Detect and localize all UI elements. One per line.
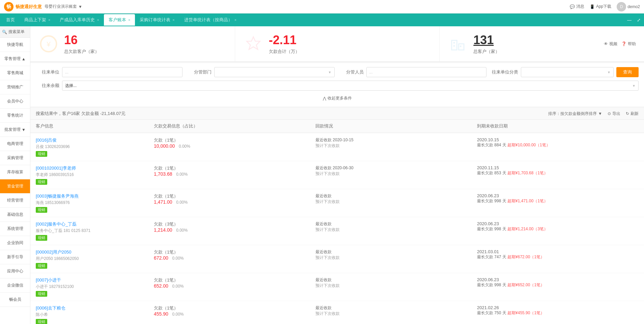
filter-supplier-input[interactable]: ... [62,67,183,77]
sidebar-item-member-center[interactable]: 会员中心 [0,94,30,109]
tab-close-icon-3[interactable]: × [128,18,130,22]
customer-name[interactable]: [0003]畅捷服务尹海燕 [36,193,154,199]
collapse-btn[interactable]: ⋀ 收起更多条件 [323,95,352,101]
sidebar-item-enterprise-wechat[interactable]: 企业微信 [0,278,30,293]
overdue-days: 最长欠款 998 天 超期¥652.00（1笔） [477,282,639,288]
debt-amount[interactable]: 652.00 [154,283,168,289]
filter-supplier-label: 往来单位 [36,69,59,75]
search-button[interactable]: 查询 [616,67,639,77]
filter-area: 往来单位 ... 分管部门 ▼ 分管人员 ... [30,63,644,107]
debt-amount-row: 652.00 0.00% [154,283,315,289]
customer-name[interactable]: [0016]吕俊 [36,137,154,143]
building-svg-icon [449,35,467,53]
overdue-amount[interactable]: 超期¥455.90（1笔） [507,311,544,315]
filter-dept-select[interactable]: ▼ [214,67,335,77]
tab-close-icon-5[interactable]: × [234,18,236,22]
sidebar-item-app-center[interactable]: 应用中心 [0,264,30,278]
sidebar-item-purchase-mgmt-label: 采购管理 [7,155,23,160]
debt-amount[interactable]: 1,214.00 [154,227,172,233]
refresh-btn[interactable]: ↻ 刷新 [626,111,639,117]
filter-manager-input[interactable]: ... [366,67,487,77]
filter-category-select[interactable]: ▼ [521,67,614,77]
due-date: 2020.06.23 [477,193,639,198]
debt-percent: 0.00% [172,284,184,289]
debt-amount[interactable]: 455.90 [154,311,168,317]
user-avatar-btn[interactable]: D demo2 [617,2,640,11]
sidebar-item-member-vip[interactable]: 畅会员 [0,293,30,307]
due-date-cell: 2020.10.15 最长欠款 884 天 超期¥10,000.00（1笔） [477,137,639,148]
sidebar-item-retail-stat[interactable]: 零售统计 [0,109,30,123]
overdue-amount[interactable]: 超期¥672.00（1笔） [507,255,544,259]
sort-select[interactable]: 排序：按欠款金额倒序排序 ▼ [548,111,602,117]
tab-maximize-btn[interactable]: ⤢ [635,16,643,24]
customer-info-cell: [0006]去下粮仓 陈小希 现销 [36,305,154,324]
tab-product-shelf[interactable]: 商品上下架 × [20,14,55,26]
sidebar-item-purchase-mgmt[interactable]: 采购管理 [0,151,30,165]
app-download-btn[interactable]: 📱 App下载 [590,4,611,9]
overdue-amount[interactable]: 超期¥1,471.00（1笔） [507,199,548,203]
company-arrow-icon: ▼ [78,4,82,9]
sidebar-item-finance[interactable]: 资金管理 [0,179,30,194]
sidebar-item-inventory[interactable]: 库存核算 [0,165,30,179]
tab-stock-summary[interactable]: 进货单统计表（按商品） × [179,14,241,26]
help-btn[interactable]: ❓ 帮助 [621,41,636,47]
last-collect: 最近收款 [315,193,477,199]
content-area: ¥ 16 总欠款客户（家） -2.11 欠款合计（万） [30,26,644,324]
customer-name[interactable]: [0001020001]李老师 [36,165,154,171]
stat-icon-money: ¥ [38,34,59,54]
sidebar-item-new-guide[interactable]: 新手引导 [0,250,30,264]
debt-percent: 0.00% [179,144,190,149]
sidebar-item-batch-mgmt[interactable]: 批发管理 ▼ [0,123,30,137]
company-selector[interactable]: 母婴行业演示账套 ▼ [45,4,82,9]
sidebar-item-system-mgmt[interactable]: 系统管理 [0,222,30,236]
result-summary-text: 搜索结果中，客户16家 欠款金额 -21,148.07元 [36,111,125,117]
stat-icon-building [448,34,468,54]
customer-info-cell: [000002]用户2050 用户2050 18665062050 现销 [36,249,154,269]
debt-amount[interactable]: 672.00 [154,255,168,261]
customer-name[interactable]: [000002]用户2050 [36,249,154,255]
sidebar-search[interactable]: 🔍 搜索菜单 [0,26,30,38]
last-collect: 最近收款 2020-06-30 [315,165,477,171]
customer-name[interactable]: [0007]小进干 [36,277,154,283]
export-btn[interactable]: ⊙ 导出 [608,111,620,117]
avatar: D [617,2,626,11]
message-icon: 💬 [570,4,575,9]
debt-amount[interactable]: 1,471.00 [154,199,172,205]
sidebar-item-quick-nav[interactable]: 快捷导航 [0,38,30,52]
tab-production-history[interactable]: 产成品入库单历史 × [55,14,104,26]
overdue-amount[interactable]: 超期¥1,214.00（3笔） [507,227,548,231]
filter-balance-select[interactable]: 选择... ▼ [62,81,639,91]
tab-close-icon[interactable]: × [48,18,50,22]
tab-purchase-order[interactable]: 采购订单统计表 × [135,14,179,26]
sidebar-item-retail-mall[interactable]: 零售商城 [0,66,30,80]
tab-close-icon-2[interactable]: × [97,18,99,22]
debt-amount[interactable]: 10,000.00 [154,143,175,149]
stat-info-2: -2.11 欠款合计（万） [269,33,300,55]
sidebar-item-marketing[interactable]: 营销推广 [0,80,30,94]
sidebar-item-operations[interactable]: 经营管理 [0,194,30,208]
debt-amount[interactable]: 1,703.68 [154,171,172,177]
tab-minimize-btn[interactable]: — [625,16,634,24]
tab-home[interactable]: 首页 [1,14,20,26]
supplier-input-dots: ... [65,70,68,75]
video-btn[interactable]: 👁 视频 [604,41,617,47]
overdue-amount[interactable]: 超期¥10,000.00（1笔） [507,143,550,147]
balance-chevron-icon: ▼ [632,84,636,88]
debt-info-cell: 欠款（1笔） 1,471.00 0.00% [154,193,315,205]
tab-home-label: 首页 [6,17,15,23]
sidebar-item-finance-label: 资金管理 [7,184,23,188]
sidebar-item-enterprise-collab[interactable]: 企业协同 [0,236,30,250]
overdue-amount[interactable]: 超期¥1,703.68（1笔） [507,171,548,175]
sidebar-item-retail-mgmt[interactable]: 零售管理 ▲ [0,52,30,66]
message-btn[interactable]: 💬 消息 [570,4,584,9]
sidebar-item-basic-info[interactable]: 基础信息 [0,208,30,222]
sidebar-item-app-center-label: 应用中心 [7,269,23,273]
tab-close-icon-4[interactable]: × [172,18,174,22]
app-icon: 📱 [590,4,595,9]
customer-name[interactable]: [0002]服务中心_丁磊 [36,221,154,227]
customer-name[interactable]: [0006]去下粮仓 [36,305,154,311]
svg-rect-5 [453,42,455,43]
overdue-amount[interactable]: 超期¥652.00（1笔） [507,283,544,287]
tab-customer-account[interactable]: 客户账本 × [104,14,135,26]
sidebar-item-ecommerce-mgmt[interactable]: 电商管理 [0,137,30,151]
